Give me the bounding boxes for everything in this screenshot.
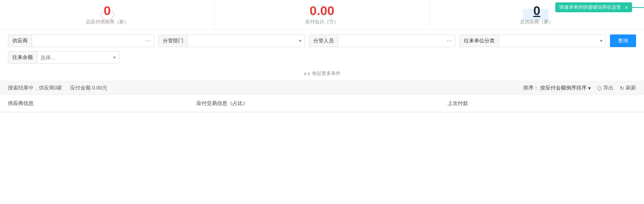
balance-caret-icon[interactable]: ▾	[110, 55, 119, 60]
filter-person[interactable]: 分管人员 ···	[309, 34, 455, 47]
department-label: 分管部门	[159, 35, 188, 47]
tooltip-close[interactable]: ×	[625, 4, 628, 11]
svg-rect-3	[523, 9, 549, 21]
person-input[interactable]	[338, 38, 444, 44]
svg-rect-0	[99, 7, 115, 23]
table-header: 供应商信息 应付交易信息（占比） 上次付款	[0, 95, 644, 112]
refresh-label: 刷新	[626, 84, 636, 92]
tooltip-text: 快速录单的快捷键说明在这里	[559, 4, 621, 11]
filter-row-1: 供应商 ··· 分管部门 ▾ 分管人员 ··· 往来单位分类 ▾ 查询	[8, 34, 636, 47]
unit-category-caret-icon[interactable]: ▾	[597, 38, 606, 44]
unit-category-input[interactable]	[499, 38, 597, 44]
export-button[interactable]: ⬡ 导出	[597, 84, 614, 92]
table-col-last-payment: 上次付款	[448, 100, 636, 107]
result-summary: 搜索结果中，供应商0家 应付金额 0.00元	[8, 84, 107, 92]
balance-input[interactable]	[37, 55, 110, 61]
result-text: 搜索结果中，供应商0家	[8, 85, 62, 91]
filter-row-2: 往来余额 ▾	[8, 51, 636, 64]
export-icon: ⬡	[597, 85, 602, 91]
sort-label: 排序：	[523, 84, 539, 92]
tooltip-badge: 快速录单的快捷键说明在这里 ×	[555, 2, 632, 12]
supplier-label: 供应商	[8, 35, 32, 47]
filter-supplier[interactable]: 供应商 ···	[8, 34, 154, 47]
filter-department[interactable]: 分管部门 ▾	[158, 34, 305, 47]
refresh-button[interactable]: ↻ 刷新	[620, 84, 636, 92]
coin-icon: 米	[310, 3, 334, 27]
filter-balance[interactable]: 往来余额 ▾	[8, 51, 119, 64]
svg-rect-5	[525, 15, 547, 17]
collapse-up-icon: ∧∧	[303, 71, 311, 76]
svg-text:米: 米	[318, 10, 326, 20]
person-label: 分管人员	[309, 35, 338, 47]
table-col-supplier-info: 供应商信息	[8, 100, 196, 107]
supplier-input[interactable]	[32, 38, 143, 44]
department-input[interactable]	[188, 38, 296, 44]
stat-total-suppliers: 快速录单的快捷键说明在这里 × 0 总供应商（家）	[430, 0, 644, 29]
stat-total-payable-suppliers: 0 总应付供应商（家）	[0, 0, 215, 29]
result-bar: 搜索结果中，供应商0家 应付金额 0.00元 排序： 按应付会额倒序排序 ▾ ⬡…	[0, 81, 644, 95]
stats-bar: 0 总应付供应商（家） 米 0.00 应付合计（万） 快速录单的快捷键说明在这里…	[0, 0, 644, 30]
collapse-label: 收起更多条件	[312, 70, 341, 77]
refresh-icon: ↻	[620, 85, 624, 91]
department-caret-icon[interactable]: ▾	[296, 38, 305, 44]
sort-value: 按应付会额倒序排序	[540, 84, 587, 92]
result-amount: 应付金额 0.00元	[70, 85, 107, 91]
filter-area: 供应商 ··· 分管部门 ▾ 分管人员 ··· 往来单位分类 ▾ 查询 往来余额	[0, 30, 644, 81]
result-actions: 排序： 按应付会额倒序排序 ▾ ⬡ 导出 ↻ 刷新	[523, 84, 636, 92]
unit-category-label: 往来单位分类	[460, 35, 499, 47]
supplier-dots[interactable]: ···	[143, 37, 154, 44]
person-dots[interactable]: ···	[444, 37, 455, 44]
card-icon	[523, 7, 551, 23]
svg-rect-4	[525, 11, 533, 14]
balance-label: 往来余额	[8, 51, 37, 63]
collapse-bar: ∧∧ 收起更多条件	[8, 68, 636, 81]
table-body	[0, 112, 644, 204]
sort-selector[interactable]: 排序： 按应付会额倒序排序 ▾	[523, 84, 591, 92]
table-col-transaction: 应付交易信息（占比）	[196, 100, 448, 107]
sort-caret-icon: ▾	[588, 85, 591, 91]
filter-unit-category[interactable]: 往来单位分类 ▾	[459, 34, 606, 47]
query-button[interactable]: 查询	[610, 34, 636, 47]
logo-icon	[96, 4, 118, 26]
collapse-button[interactable]: ∧∧ 收起更多条件	[303, 70, 341, 77]
export-label: 导出	[603, 84, 614, 92]
stat-payable-total: 米 0.00 应付合计（万）	[215, 0, 429, 29]
